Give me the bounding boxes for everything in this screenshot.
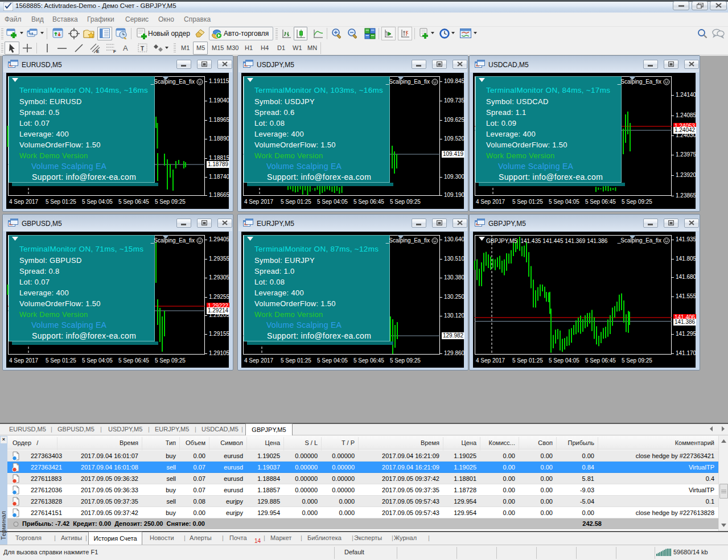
svg-text:F: F <box>113 49 116 53</box>
svg-text:E: E <box>96 49 100 53</box>
svg-text:T: T <box>141 46 144 52</box>
